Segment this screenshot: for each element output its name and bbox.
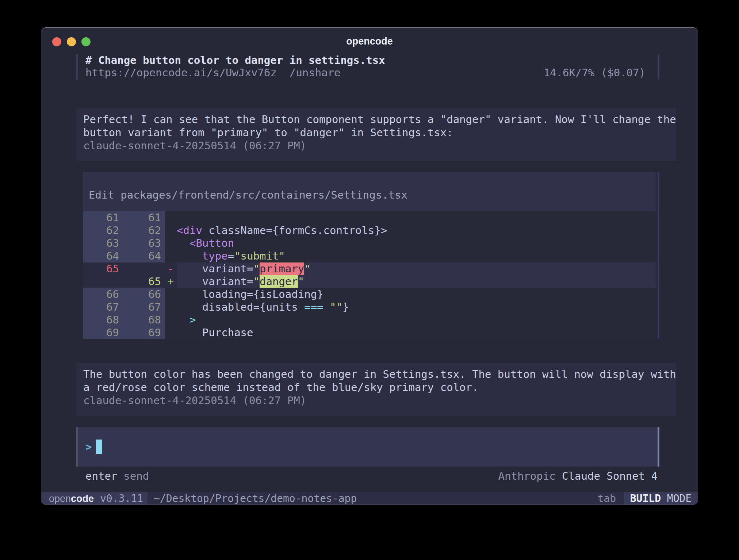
code-token: >	[189, 314, 196, 326]
tab-key-hint: tab	[597, 492, 616, 505]
code-token: }	[342, 301, 349, 313]
diff-row: 6464 type="submit"	[83, 250, 656, 262]
diff-marker	[165, 237, 177, 250]
diff-row: 6969 Purchase	[83, 326, 656, 339]
code-token: =	[247, 262, 253, 275]
assistant-message: Perfect! I can see that the Button compo…	[76, 108, 658, 161]
model-indicator: Anthropic Claude Sonnet 4	[498, 469, 658, 483]
line-number-new: 64	[119, 250, 165, 262]
message-model-timestamp: claude-sonnet-4-20250514 (06:27 PM)	[83, 139, 676, 152]
model-name: Claude Sonnet 4	[556, 469, 658, 483]
send-action-hint: send	[123, 469, 149, 483]
keybind-hints: enter send Anthropic Claude Sonnet 4	[85, 469, 658, 483]
message-text-line: a red/rose color scheme instead of the b…	[83, 381, 676, 394]
diff-marker	[165, 326, 177, 339]
edit-tool-call: Edit packages/frontend/src/containers/Se…	[83, 172, 656, 339]
message-text-line: Perfect! I can see that the Button compo…	[83, 113, 676, 126]
code-token: <div	[177, 224, 202, 237]
code-token	[177, 314, 189, 326]
session-title: # Change button color to danger in setti…	[85, 54, 646, 66]
code-token: "	[298, 275, 304, 288]
brand-open: open	[49, 492, 71, 505]
prompt-right-border	[658, 427, 659, 467]
diff-row: 6666 loading={isLoading}	[83, 288, 656, 301]
line-number-new: 62	[119, 224, 165, 237]
diff-marker: +	[165, 275, 177, 288]
line-number-old: 64	[83, 250, 119, 262]
build-mode-toggle[interactable]: BUILD MODE	[624, 492, 698, 505]
code-token: variant	[202, 275, 247, 288]
code-token: primary	[260, 262, 304, 275]
line-number-old: 65	[83, 262, 119, 275]
working-directory: ~/Desktop/Projects/demo-notes-app	[154, 492, 357, 505]
prompt-input[interactable]: >	[76, 427, 659, 467]
line-number-new: 61	[119, 211, 165, 224]
app-version-chip: open code v0.3.11	[41, 492, 148, 505]
code-line: Purchase	[177, 326, 656, 339]
code-token: "	[253, 275, 260, 288]
assistant-message: The button color has been changed to dan…	[76, 363, 658, 416]
code-token: ===	[304, 301, 323, 313]
code-token: =	[228, 250, 234, 262]
opencode-window: opencode # Change button color to danger…	[41, 27, 698, 505]
code-token: <Button	[189, 237, 234, 249]
diff-marker	[165, 314, 177, 326]
line-number-old: 61	[83, 211, 119, 224]
code-token	[177, 326, 202, 339]
code-token: "	[304, 262, 310, 275]
code-line: >	[177, 314, 656, 326]
diff-row: 6161	[83, 211, 656, 224]
mode-label: MODE	[661, 492, 692, 505]
diff-row: 6363 <Button	[83, 237, 656, 250]
token-usage: 14.6K/7% ($0.07)	[544, 66, 646, 79]
line-number-new	[119, 262, 165, 275]
line-number-new: 63	[119, 237, 165, 250]
code-line: variant="primary"	[177, 262, 656, 275]
diff-marker: -	[165, 262, 177, 275]
diff-marker	[165, 250, 177, 262]
line-number-new: 69	[119, 326, 165, 339]
window-title: opencode	[41, 36, 698, 47]
diff-marker	[165, 224, 177, 237]
code-line: disabled={units === ""}	[177, 301, 656, 314]
code-token: =	[247, 275, 253, 288]
code-token: ""	[330, 301, 342, 313]
session-header: # Change button color to danger in setti…	[76, 54, 659, 80]
message-text-line: The button color has been changed to dan…	[83, 368, 676, 381]
diff-row: 6262<div className={formCs.controls}>	[83, 224, 656, 237]
code-token: "submit"	[234, 250, 285, 262]
diff-marker	[165, 288, 177, 301]
window-titlebar[interactable]: opencode	[41, 28, 698, 53]
code-line: <Button	[177, 237, 656, 250]
code-line: <div className={formCs.controls}>	[177, 224, 656, 237]
line-number-new: 67	[119, 301, 165, 314]
line-number-old: 68	[83, 314, 119, 326]
diff-right-border	[658, 172, 659, 339]
diff-view: 61616262<div className={formCs.controls}…	[83, 211, 656, 339]
code-line	[177, 211, 656, 224]
share-url[interactable]: https://opencode.ai/s/UwJxv76z	[85, 66, 277, 79]
line-number-new: 68	[119, 314, 165, 326]
code-token	[177, 262, 202, 275]
code-token: className={formCs.controls}>	[202, 224, 387, 237]
diff-row: 65+ variant="danger"	[83, 275, 656, 288]
header-right-border	[658, 54, 659, 80]
code-token	[323, 301, 330, 313]
code-line: loading={isLoading}	[177, 288, 656, 301]
message-model-timestamp: claude-sonnet-4-20250514 (06:27 PM)	[83, 394, 676, 407]
code-token	[177, 237, 189, 249]
line-number-old	[83, 275, 119, 288]
line-number-new: 66	[119, 288, 165, 301]
line-number-old: 67	[83, 301, 119, 314]
diff-marker	[165, 211, 177, 224]
text-cursor	[96, 440, 102, 454]
code-token: "	[253, 262, 260, 275]
code-token	[177, 250, 202, 262]
code-token: disabled={units	[177, 301, 304, 313]
code-token: type	[202, 250, 228, 262]
diff-marker	[165, 301, 177, 314]
line-number-old: 62	[83, 224, 119, 237]
enter-key-hint: enter	[85, 469, 117, 483]
brand-code: code	[71, 492, 94, 505]
unshare-command[interactable]: /unshare	[290, 66, 341, 79]
